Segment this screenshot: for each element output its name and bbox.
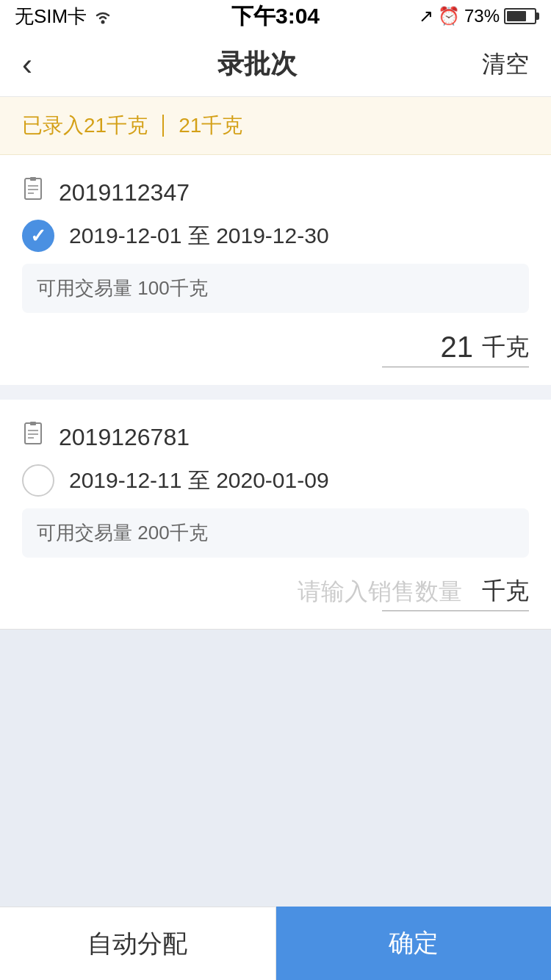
- info-banner: 已录入21千克 21千克: [0, 97, 551, 155]
- page-title: 录批次: [217, 46, 297, 82]
- svg-rect-2: [30, 177, 36, 181]
- batch1-radio[interactable]: [22, 220, 54, 252]
- batch1-amount-number: 21: [441, 331, 474, 364]
- batch2-input-display: 千克: [253, 575, 529, 608]
- status-time: 下午3:04: [231, 1, 320, 32]
- alarm-icon: ⏰: [438, 6, 460, 26]
- confirm-button[interactable]: 确定: [276, 907, 552, 980]
- batch2-available: 可用交易量 200千克: [37, 522, 208, 544]
- location-icon: ↗: [419, 6, 433, 26]
- batch2-date: 2019-12-11 至 2020-01-09: [69, 466, 329, 496]
- batch2-unit: 千克: [482, 575, 529, 608]
- batch2-id: 2019126781: [59, 424, 190, 451]
- batch2-card: 2019126781 2019-12-11 至 2020-01-09 可用交易量…: [0, 400, 551, 558]
- batch2-quantity-input[interactable]: [253, 578, 473, 605]
- carrier-text: 无SIM卡: [15, 4, 87, 29]
- batch2-info-box: 可用交易量 200千克: [22, 508, 529, 558]
- gray-area: [0, 630, 551, 953]
- svg-rect-6: [25, 423, 41, 444]
- clear-button[interactable]: 清空: [482, 48, 529, 81]
- value-text: 21千克: [179, 112, 242, 140]
- section-gap-1: [0, 385, 551, 400]
- batch1-header: 2019112347: [22, 177, 529, 208]
- wifi-icon: [93, 8, 113, 24]
- info-divider: [162, 115, 164, 137]
- nav-bar: ‹ 录批次 清空: [0, 32, 551, 97]
- batch1-amount-unit: 千克: [482, 331, 529, 364]
- batch1-amount-row: 21 千克: [0, 313, 551, 385]
- svg-rect-7: [30, 422, 36, 425]
- batch2-header: 2019126781: [22, 422, 529, 453]
- recorded-text: 已录入21千克: [22, 112, 148, 140]
- back-button[interactable]: ‹: [22, 47, 32, 82]
- batch1-icon: [22, 177, 47, 208]
- batch2-row[interactable]: 2019-12-11 至 2020-01-09: [22, 464, 529, 497]
- auto-distribute-button[interactable]: 自动分配: [0, 907, 276, 980]
- status-right: ↗ ⏰ 73%: [419, 6, 536, 26]
- battery-percent: 73%: [464, 6, 500, 26]
- batch1-id: 2019112347: [59, 179, 190, 206]
- batch1-card: 2019112347 2019-12-01 至 2019-12-30 可用交易量…: [0, 155, 551, 313]
- batch2-input-row: 千克: [0, 558, 551, 630]
- svg-rect-1: [25, 179, 41, 199]
- batch2-input-wrapper: 千克: [253, 575, 529, 611]
- status-left: 无SIM卡: [15, 4, 113, 29]
- batch1-amount-display: 21 千克: [441, 331, 530, 364]
- batch1-info-box: 可用交易量 100千克: [22, 264, 529, 313]
- batch1-underline: [382, 367, 529, 367]
- batch1-available: 可用交易量 100千克: [37, 277, 208, 299]
- batch2-icon: [22, 422, 47, 453]
- batch1-row[interactable]: 2019-12-01 至 2019-12-30: [22, 220, 529, 252]
- batch1-amount-wrapper: 21 千克: [382, 331, 529, 367]
- batch1-date: 2019-12-01 至 2019-12-30: [69, 221, 329, 251]
- status-bar: 无SIM卡 下午3:04 ↗ ⏰ 73%: [0, 0, 551, 32]
- batch2-radio[interactable]: [22, 464, 54, 497]
- svg-point-0: [101, 21, 105, 24]
- battery-icon: [504, 8, 536, 24]
- batch2-underline: [382, 610, 529, 611]
- bottom-bar: 自动分配 确定: [0, 907, 551, 980]
